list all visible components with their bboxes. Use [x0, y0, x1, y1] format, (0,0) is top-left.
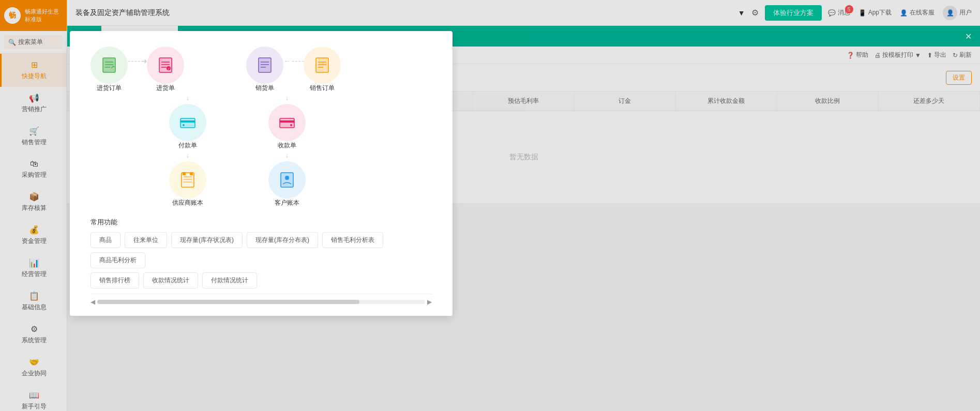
sales-bill-icon: [246, 47, 283, 84]
func-buttons-row2: 销售排行榜 收款情况统计 付款情况统计: [91, 272, 432, 288]
svg-rect-29: [190, 172, 193, 175]
supplier-account-icon: [169, 161, 206, 199]
scroll-track[interactable]: [97, 300, 425, 304]
func-btn-receipt-stats[interactable]: 收款情况统计: [143, 272, 198, 288]
down-arrow-purchase: ↓: [169, 94, 206, 102]
svg-rect-21: [280, 118, 294, 128]
svg-rect-22: [280, 120, 294, 123]
svg-rect-18: [180, 118, 195, 128]
scroll-left-arrow[interactable]: ◀: [91, 298, 95, 306]
func-btn-payment-stats[interactable]: 付款情况统计: [202, 272, 257, 288]
svg-point-20: [183, 124, 185, 126]
func-btn-related-unit[interactable]: 往来单位: [125, 232, 167, 248]
supplier-account-node: 供应商账本: [169, 161, 206, 207]
func-btn-inventory-status[interactable]: 现存量(库存状况表): [171, 232, 243, 248]
down-arrow-sales: ↓: [268, 94, 306, 102]
svg-rect-28: [183, 172, 186, 175]
purchase-order-icon: [91, 47, 128, 84]
svg-rect-19: [180, 120, 195, 123]
popup-overlay[interactable]: 进货订单 - - - - ➜ ✓ 进货单: [0, 0, 980, 411]
arrow-sales-order-to-bill: ← - - - -: [283, 57, 304, 65]
common-functions-title: 常用功能: [91, 218, 432, 227]
svg-rect-0: [103, 58, 115, 72]
customer-account-label: 客户账本: [275, 199, 299, 207]
scroll-right-arrow[interactable]: ▶: [427, 298, 432, 306]
sales-bill-node: 销货单: [246, 47, 283, 93]
purchase-order-label: 进货订单: [97, 84, 122, 93]
sales-order-icon: [304, 47, 341, 84]
purchase-bill-label: 进货单: [156, 84, 175, 93]
supplier-account-label: 供应商账本: [172, 199, 203, 207]
common-functions: 常用功能 商品 往来单位 现存量(库存状况表) 现存量(库存分布表) 销售毛利分…: [91, 218, 432, 288]
purchase-order-node: 进货订单: [91, 47, 128, 93]
payment-label: 付款单: [178, 141, 197, 150]
func-btn-product[interactable]: 商品: [91, 232, 120, 248]
sales-order-label: 销售订单: [310, 84, 335, 93]
receipt-label: 收款单: [278, 141, 296, 150]
svg-point-23: [290, 124, 292, 126]
receipt-icon: [268, 104, 306, 141]
func-btn-product-gross[interactable]: 商品毛利分析: [91, 252, 145, 268]
purchase-bill-icon: ✓: [147, 47, 184, 84]
sales-bill-label: 销货单: [255, 84, 274, 93]
sales-order-node: 销售订单: [304, 47, 341, 93]
func-btn-inventory-dist[interactable]: 现存量(库存分布表): [247, 232, 318, 248]
receipt-node: 收款单: [268, 104, 306, 150]
func-btn-sales-gross-analysis[interactable]: 销售毛利分析表: [322, 232, 383, 248]
func-btn-sales-ranking[interactable]: 销售排行榜: [91, 272, 139, 288]
flow-popup: 进货订单 - - - - ➜ ✓ 进货单: [70, 31, 453, 316]
flow-diagram: 进货订单 - - - - ➜ ✓ 进货单: [91, 47, 432, 207]
scroll-thumb: [97, 300, 359, 304]
customer-account-icon: [268, 161, 306, 199]
svg-rect-14: [316, 58, 328, 72]
purchase-bill-node: ✓ 进货单: [147, 47, 184, 93]
svg-text:✓: ✓: [168, 67, 170, 70]
svg-point-31: [285, 176, 289, 180]
down-arrow-payment: ↓: [169, 151, 206, 159]
popup-scrollbar[interactable]: ◀ ▶: [91, 294, 432, 306]
payment-node: 付款单: [169, 104, 206, 150]
func-buttons-row1: 商品 往来单位 现存量(库存状况表) 现存量(库存分布表) 销售毛利分析表 商品…: [91, 232, 432, 268]
customer-account-node: 客户账本: [268, 161, 306, 207]
down-arrow-receipt: ↓: [268, 151, 306, 159]
svg-rect-10: [259, 58, 271, 72]
arrow-purchase-order-to-bill: - - - - ➜: [128, 57, 147, 65]
payment-icon: [169, 104, 206, 141]
